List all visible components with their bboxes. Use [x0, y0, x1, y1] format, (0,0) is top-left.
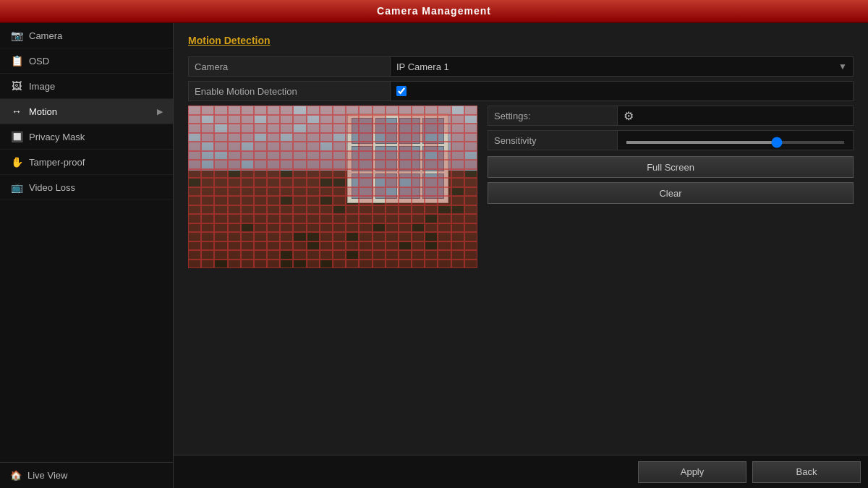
camera-feed[interactable]: [188, 106, 477, 268]
camera-field-value[interactable]: IP Camera 1 ▼: [391, 56, 854, 77]
building-windows: [348, 114, 448, 202]
sidebar-item-tamper-proof[interactable]: ✋ Tamper-proof: [0, 150, 173, 175]
window: [352, 146, 373, 171]
settings-field-value[interactable]: ⚙: [618, 106, 854, 126]
camera-select[interactable]: IP Camera 1: [396, 61, 847, 72]
page-title[interactable]: Motion Detection: [188, 35, 854, 46]
tamper-proof-icon: ✋: [10, 156, 23, 168]
sidebar-label-motion: Motion: [29, 106, 57, 117]
app-title: Camera Management: [377, 5, 491, 17]
sidebar-label-video-loss: Video Loss: [29, 182, 75, 193]
dropdown-arrow-icon: ▼: [838, 61, 847, 72]
sidebar: 📷 Camera 📋 OSD 🖼 Image ↔ Motion ▶ 🔲 Priv…: [0, 23, 174, 488]
sensitivity-slider-container[interactable]: [618, 130, 854, 150]
sidebar-item-privacy-mask[interactable]: 🔲 Privacy Mask: [0, 124, 173, 150]
window: [375, 146, 397, 171]
privacy-mask-icon: 🔲: [10, 131, 23, 142]
sidebar-label-tamper-proof: Tamper-proof: [29, 157, 85, 168]
main-layout: 📷 Camera 📋 OSD 🖼 Image ↔ Motion ▶ 🔲 Priv…: [0, 23, 868, 488]
sidebar-label-osd: OSD: [29, 56, 49, 67]
chevron-right-icon: ▶: [157, 107, 163, 116]
sensitivity-row: Sensitivity: [488, 130, 854, 150]
detection-area: Settings: ⚙ Sensitivity Ful: [188, 106, 854, 268]
live-view-icon: 🏠: [10, 470, 22, 481]
enable-motion-label: Enable Motion Detection: [188, 81, 391, 101]
sidebar-item-camera[interactable]: 📷 Camera: [0, 23, 173, 48]
window: [422, 174, 444, 199]
sidebar-item-video-loss[interactable]: 📺 Video Loss: [0, 175, 173, 200]
bottom-bar: Apply Back: [174, 455, 868, 488]
window: [399, 174, 421, 199]
window: [375, 118, 397, 143]
clear-button[interactable]: Clear: [488, 182, 854, 204]
sidebar-label-privacy-mask: Privacy Mask: [29, 132, 85, 142]
sensitivity-label: Sensitivity: [488, 130, 618, 150]
full-screen-button[interactable]: Full Screen: [488, 156, 854, 178]
camera-row: Camera IP Camera 1 ▼: [188, 56, 854, 77]
settings-field-label: Settings:: [488, 106, 618, 126]
sidebar-item-image[interactable]: 🖼 Image: [0, 74, 173, 99]
image-icon: 🖼: [10, 80, 23, 92]
camera-icon: 📷: [10, 30, 23, 41]
enable-motion-checkbox[interactable]: [396, 86, 407, 96]
right-panel: Settings: ⚙ Sensitivity Ful: [488, 106, 854, 268]
sensitivity-slider[interactable]: [626, 141, 844, 144]
camera-scene: [188, 106, 477, 268]
camera-field-label: Camera: [188, 56, 391, 77]
settings-row: Settings: ⚙: [488, 106, 854, 126]
window: [422, 146, 444, 171]
window: [375, 174, 397, 199]
title-bar: Camera Management: [0, 0, 868, 23]
sidebar-label-image: Image: [29, 81, 55, 92]
scene-building: [347, 114, 448, 203]
window: [352, 118, 373, 143]
video-loss-icon: 📺: [10, 181, 23, 193]
motion-icon: ↔: [10, 106, 23, 117]
gear-icon: ⚙: [624, 109, 634, 123]
window: [422, 118, 444, 143]
clear-row: Clear: [488, 182, 854, 204]
full-screen-row: Full Screen: [488, 156, 854, 178]
sidebar-label-camera: Camera: [29, 30, 62, 41]
window: [399, 146, 421, 171]
sidebar-item-osd[interactable]: 📋 OSD: [0, 48, 173, 74]
enable-motion-row: Enable Motion Detection: [188, 81, 854, 101]
window: [352, 174, 373, 199]
osd-icon: 📋: [10, 55, 23, 67]
live-view-label: Live View: [27, 470, 67, 481]
window: [399, 118, 421, 143]
back-button[interactable]: Back: [752, 461, 861, 483]
live-view-button[interactable]: 🏠 Live View: [0, 462, 173, 488]
sidebar-item-motion[interactable]: ↔ Motion ▶: [0, 99, 173, 124]
enable-motion-value: [391, 81, 854, 101]
apply-button[interactable]: Apply: [638, 461, 746, 483]
content-area: Motion Detection Camera IP Camera 1 ▼ En…: [174, 23, 868, 488]
